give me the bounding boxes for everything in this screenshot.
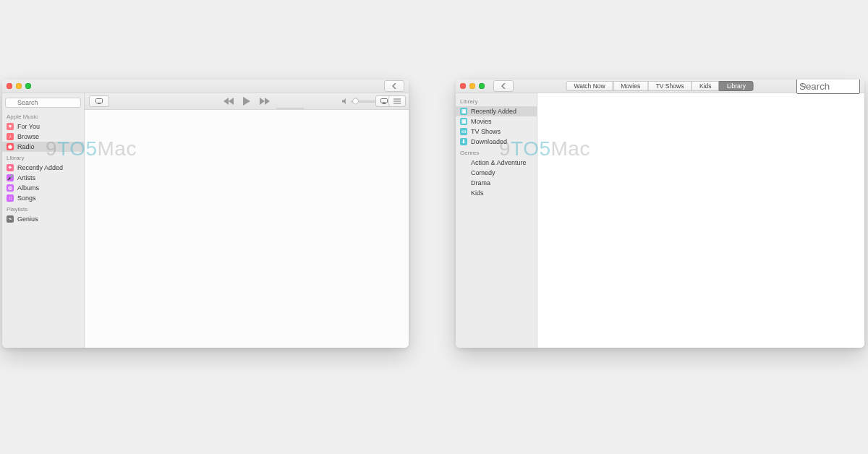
download-icon: ⬇ bbox=[460, 138, 467, 145]
film-icon: ▣ bbox=[460, 108, 467, 115]
volume-icon bbox=[342, 98, 348, 104]
sidebar-item-label: Recently Added bbox=[471, 107, 516, 116]
sidebar-item-movies[interactable]: ▣ Movies bbox=[456, 116, 537, 127]
tv-icon: ▭ bbox=[460, 128, 467, 135]
sidebar-item-drama[interactable]: Drama bbox=[456, 178, 537, 188]
device-icon bbox=[95, 98, 103, 104]
sidebar-item-label: Albums bbox=[17, 184, 39, 192]
device-button[interactable] bbox=[89, 95, 109, 107]
chevron-left-icon bbox=[501, 83, 506, 89]
back-button[interactable] bbox=[493, 80, 514, 92]
sidebar-item-label: Artists bbox=[17, 174, 35, 182]
sidebar-item-label: Downloaded bbox=[471, 137, 507, 146]
heart-icon: ♥ bbox=[7, 123, 14, 130]
sidebar-item-label: TV Shows bbox=[471, 127, 501, 136]
svg-marker-8 bbox=[265, 98, 270, 105]
tv-sidebar: Library ▣ Recently Added ▣ Movies ▭ TV S… bbox=[456, 93, 537, 348]
section-playlists: Playlists bbox=[2, 203, 84, 214]
sidebar-item-comedy[interactable]: Comedy bbox=[456, 168, 537, 178]
playback-controls bbox=[224, 97, 270, 106]
section-library: Library bbox=[2, 152, 84, 163]
sidebar-item-tv-shows[interactable]: ▭ TV Shows bbox=[456, 127, 537, 137]
airplay-icon bbox=[380, 98, 388, 104]
close-button[interactable] bbox=[460, 83, 466, 89]
sidebar-item-radio[interactable]: ◉ Radio bbox=[2, 142, 84, 152]
music-titlebar bbox=[2, 80, 409, 93]
tab-tv-shows[interactable]: TV Shows bbox=[648, 81, 692, 91]
chevron-left-icon bbox=[392, 83, 396, 89]
sidebar-item-recently-added[interactable]: ✦ Recently Added bbox=[2, 163, 84, 173]
genius-icon: ⌁ bbox=[7, 215, 14, 223]
film-icon: ▣ bbox=[460, 118, 467, 125]
sidebar-item-label: Kids bbox=[471, 189, 484, 197]
tv-window: Watch Now Movies TV Shows Kids Library L… bbox=[456, 80, 864, 348]
svg-rect-3 bbox=[98, 103, 101, 104]
sidebar-item-songs[interactable]: ♫ Songs bbox=[2, 193, 84, 203]
sidebar-item-label: Recently Added bbox=[17, 163, 63, 172]
note-icon: ♫ bbox=[7, 194, 14, 202]
sidebar-item-artists[interactable]: 🎤 Artists bbox=[2, 173, 84, 183]
music-toolbar bbox=[85, 93, 409, 110]
slider-thumb[interactable] bbox=[352, 98, 359, 105]
previous-button[interactable] bbox=[224, 98, 234, 105]
tab-library[interactable]: Library bbox=[719, 81, 754, 91]
sidebar-item-albums[interactable]: ◎ Albums bbox=[2, 183, 84, 193]
search-input[interactable] bbox=[5, 98, 81, 108]
sidebar-item-label: Drama bbox=[471, 179, 490, 187]
sidebar-item-label: Songs bbox=[17, 194, 36, 202]
sidebar-item-recently-added[interactable]: ▣ Recently Added bbox=[456, 106, 537, 116]
list-icon bbox=[393, 98, 401, 104]
minimize-button[interactable] bbox=[16, 83, 22, 89]
tv-content-area bbox=[537, 93, 864, 348]
prev-icon bbox=[224, 98, 234, 105]
minimize-button[interactable] bbox=[469, 83, 475, 89]
svg-marker-9 bbox=[342, 98, 346, 104]
music-window: Apple Music ♥ For You ♪ Browse ◉ Radio L… bbox=[2, 80, 409, 348]
disc-icon: ◎ bbox=[7, 184, 14, 192]
traffic-lights bbox=[7, 83, 31, 89]
tab-kids[interactable]: Kids bbox=[692, 81, 720, 91]
sidebar-item-label: Genius bbox=[17, 215, 38, 223]
sidebar-item-label: Radio bbox=[17, 142, 35, 151]
radio-icon: ◉ bbox=[7, 143, 14, 150]
search-field-wrap bbox=[796, 80, 860, 94]
section-genres: Genres bbox=[456, 147, 537, 158]
section-apple-music: Apple Music bbox=[2, 111, 84, 121]
sidebar-item-action[interactable]: Action & Adventure bbox=[456, 158, 537, 168]
svg-marker-4 bbox=[224, 98, 229, 105]
zoom-button[interactable] bbox=[479, 83, 485, 89]
sidebar-item-downloaded[interactable]: ⬇ Downloaded bbox=[456, 137, 537, 147]
tab-movies[interactable]: Movies bbox=[613, 81, 648, 91]
sidebar-item-label: Browse bbox=[17, 132, 39, 141]
music-main bbox=[85, 93, 409, 348]
sidebar-item-kids[interactable]: Kids bbox=[456, 188, 537, 198]
sidebar-item-genius[interactable]: ⌁ Genius bbox=[2, 214, 84, 224]
sidebar-item-for-you[interactable]: ♥ For You bbox=[2, 121, 84, 132]
music-content-area bbox=[85, 110, 409, 348]
traffic-lights bbox=[460, 83, 485, 89]
note-icon: ♪ bbox=[7, 133, 14, 140]
list-button[interactable] bbox=[388, 95, 406, 107]
play-icon bbox=[242, 97, 251, 106]
sidebar-item-browse[interactable]: ♪ Browse bbox=[2, 132, 84, 142]
svg-marker-5 bbox=[229, 98, 234, 105]
tab-watch-now[interactable]: Watch Now bbox=[566, 81, 613, 91]
music-sidebar: Apple Music ♥ For You ♪ Browse ◉ Radio L… bbox=[2, 93, 85, 348]
tv-tabs: Watch Now Movies TV Shows Kids Library bbox=[566, 81, 754, 91]
sidebar-item-label: Comedy bbox=[471, 168, 495, 177]
next-icon bbox=[260, 98, 270, 105]
sidebar-item-label: Movies bbox=[471, 117, 492, 126]
clock-icon: ✦ bbox=[7, 164, 14, 171]
zoom-button[interactable] bbox=[25, 83, 31, 89]
section-library: Library bbox=[456, 95, 537, 106]
volume-control bbox=[342, 98, 380, 104]
svg-rect-2 bbox=[96, 99, 103, 103]
tv-titlebar: Watch Now Movies TV Shows Kids Library bbox=[456, 80, 864, 93]
progress-bar[interactable] bbox=[276, 108, 304, 109]
mic-icon: 🎤 bbox=[7, 174, 14, 181]
next-button[interactable] bbox=[260, 98, 270, 105]
play-button[interactable] bbox=[242, 97, 251, 106]
close-button[interactable] bbox=[7, 83, 12, 89]
search-input[interactable] bbox=[796, 80, 860, 94]
back-button[interactable] bbox=[384, 80, 404, 92]
